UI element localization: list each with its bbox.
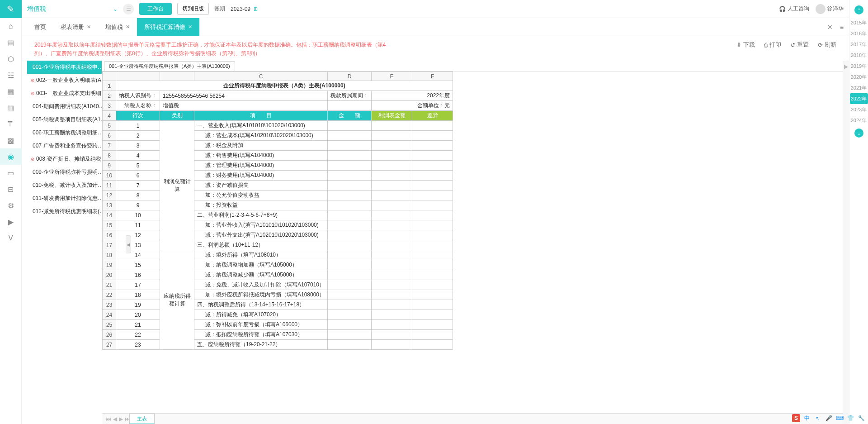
amount-cell[interactable] — [328, 310, 372, 320]
close-icon[interactable]: ✕ — [126, 24, 130, 30]
year-2019年[interactable]: 2019年 — [850, 61, 868, 71]
year-2017年[interactable]: 2017年 — [850, 39, 868, 50]
amount-cell[interactable] — [328, 121, 372, 131]
amount-cell[interactable] — [328, 230, 372, 240]
tab-2[interactable]: 增值税✕ — [98, 18, 137, 36]
diff-cell[interactable] — [412, 340, 453, 350]
diff-cell[interactable] — [412, 171, 453, 181]
pl-amount-cell[interactable] — [372, 171, 412, 181]
taxpayer-name[interactable]: 增值税 — [160, 101, 328, 111]
pl-amount-cell[interactable] — [372, 181, 412, 191]
pl-amount-cell[interactable] — [372, 151, 412, 161]
pl-amount-cell[interactable] — [372, 161, 412, 171]
pl-amount-cell[interactable] — [372, 340, 412, 350]
diff-cell[interactable] — [412, 200, 453, 210]
ime-lang-icon[interactable]: 中 — [803, 414, 811, 422]
amount-cell[interactable] — [328, 250, 372, 260]
diff-cell[interactable] — [412, 330, 453, 340]
sheet-prev-icon[interactable]: ◀ — [113, 416, 117, 422]
nav-grid-icon[interactable]: ▩ — [0, 132, 22, 148]
switch-old-button[interactable]: 切到旧版 — [177, 3, 209, 15]
nav-bag-icon[interactable]: ☳ — [0, 67, 22, 83]
form-item-8[interactable]: 009-企业所得税弥补亏损明… — [27, 166, 102, 179]
amount-cell[interactable] — [328, 320, 372, 330]
nav-doc-icon[interactable]: ▤ — [0, 34, 22, 51]
pl-amount-cell[interactable] — [372, 121, 412, 131]
ime-punct-icon[interactable]: •, — [814, 414, 822, 422]
tab-1[interactable]: 税表清册✕ — [53, 18, 98, 36]
diff-cell[interactable] — [412, 230, 453, 240]
close-icon[interactable]: ✕ — [188, 24, 192, 30]
year-2020年[interactable]: 2020年 — [850, 71, 868, 82]
download-button[interactable]: ⇩下载 — [736, 41, 755, 49]
diff-cell[interactable] — [412, 290, 453, 300]
scroll-down-icon[interactable]: ⌄ — [854, 129, 863, 138]
user-menu[interactable]: 徐泽华 — [816, 4, 844, 14]
collapse-form-list-handle[interactable]: ◀ — [126, 235, 131, 253]
amount-cell[interactable] — [328, 210, 372, 220]
pl-amount-cell[interactable] — [372, 141, 412, 151]
year-2015年[interactable]: 2015年 — [850, 17, 868, 28]
amount-cell[interactable] — [328, 280, 372, 290]
year-2024年[interactable]: 2024年 — [850, 115, 868, 126]
expand-right-icon[interactable]: ▶ — [844, 63, 848, 70]
nav-home-icon[interactable]: ⌂ — [0, 18, 22, 34]
pl-amount-cell[interactable] — [372, 280, 412, 290]
form-item-10[interactable]: 011-研发费用加计扣除优惠… — [27, 192, 102, 205]
form-item-1[interactable]: ⊘002-一般企业收入明细表(A1… — [27, 74, 102, 87]
tab-3[interactable]: 所得税汇算清缴✕ — [137, 18, 199, 36]
amount-cell[interactable] — [328, 161, 372, 171]
spreadsheet-grid[interactable]: CDEF1企业所得税年度纳税申报表（A类）主表(A100000)2纳税人识别号：… — [102, 71, 843, 413]
diff-cell[interactable] — [412, 260, 453, 270]
pl-amount-cell[interactable] — [372, 230, 412, 240]
diff-cell[interactable] — [412, 121, 453, 131]
diff-cell[interactable] — [412, 320, 453, 330]
sheet-first-icon[interactable]: ⏮ — [106, 416, 111, 422]
sheet-tab-label[interactable]: 001-企业所得税年度纳税申报表（A类）主表(A100000) — [104, 61, 235, 71]
print-button[interactable]: ⎙打印 — [764, 41, 781, 49]
taxpayer-id[interactable]: 125545855545546 56254 — [160, 91, 328, 101]
pl-amount-cell[interactable] — [372, 240, 412, 250]
ime-mic-icon[interactable]: 🎤 — [825, 414, 833, 422]
form-item-11[interactable]: 012-减免所得税优惠明细表(… — [27, 205, 102, 218]
nav-tax-icon[interactable]: 〒 — [0, 116, 22, 132]
diff-cell[interactable] — [412, 300, 453, 310]
diff-cell[interactable] — [412, 161, 453, 171]
nav-active-icon[interactable]: ◉ — [0, 148, 22, 165]
amount-cell[interactable] — [328, 270, 372, 280]
year-2021年[interactable]: 2021年 — [850, 82, 868, 93]
nav-gear-icon[interactable]: ⚙ — [0, 197, 22, 214]
workbench-button[interactable]: 工作台 — [139, 3, 172, 15]
reset-button[interactable]: ↺重置 — [790, 41, 809, 49]
pl-amount-cell[interactable] — [372, 131, 412, 141]
pl-amount-cell[interactable] — [372, 330, 412, 340]
tabs-menu-icon[interactable]: ≡ — [840, 24, 844, 31]
form-item-4[interactable]: 005-纳税调整项目明细表(A1… — [27, 113, 102, 126]
amount-cell[interactable] — [328, 171, 372, 181]
diff-cell[interactable] — [412, 151, 453, 161]
pl-amount-cell[interactable] — [372, 200, 412, 210]
year-2018年[interactable]: 2018年 — [850, 50, 868, 61]
pl-amount-cell[interactable] — [372, 260, 412, 270]
amount-cell[interactable] — [328, 220, 372, 230]
ime-keyboard-icon[interactable]: ⌨ — [835, 414, 844, 422]
amount-cell[interactable] — [328, 300, 372, 310]
form-item-2[interactable]: ⊘003-一般企业成本支出明细… — [27, 87, 102, 100]
consult-button[interactable]: 🎧 人工咨询 — [779, 5, 809, 13]
footer-sheet-tab[interactable]: 主表 — [129, 414, 155, 424]
pl-amount-cell[interactable] — [372, 300, 412, 310]
pl-amount-cell[interactable] — [372, 250, 412, 260]
form-item-9[interactable]: 010-免税、减计收入及加计… — [27, 179, 102, 192]
diff-cell[interactable] — [412, 250, 453, 260]
nav-report-icon[interactable]: ▥ — [0, 100, 22, 116]
year-2022年[interactable]: 2022年 — [850, 93, 868, 104]
ime-tool-icon[interactable]: 🔧 — [857, 414, 865, 422]
amount-cell[interactable] — [328, 131, 372, 141]
refresh-button[interactable]: ⟳刷新 — [818, 41, 836, 49]
diff-cell[interactable] — [412, 131, 453, 141]
pl-amount-cell[interactable] — [372, 320, 412, 330]
pl-amount-cell[interactable] — [372, 220, 412, 230]
amount-cell[interactable] — [328, 240, 372, 250]
form-item-7[interactable]: ⊘008-资产折旧、摊销及纳税… — [27, 152, 102, 166]
diff-cell[interactable] — [412, 141, 453, 151]
